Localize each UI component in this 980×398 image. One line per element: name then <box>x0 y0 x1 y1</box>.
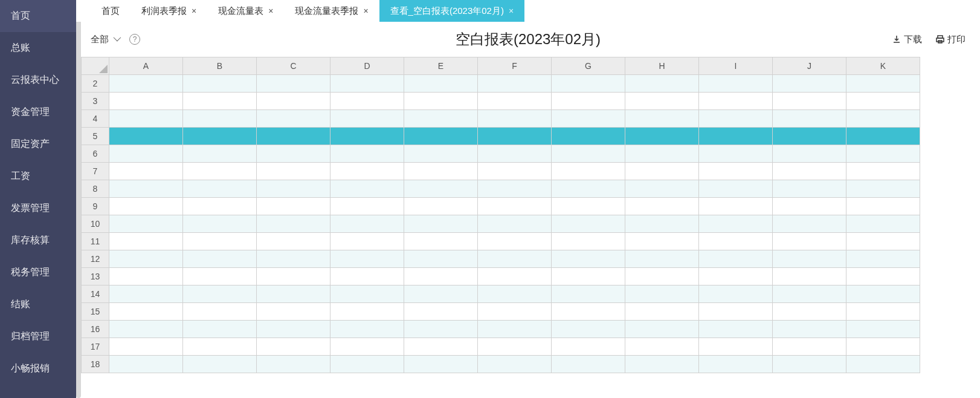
cell-E12[interactable] <box>404 250 478 268</box>
cell-E14[interactable] <box>404 285 478 303</box>
cell-B5[interactable] <box>183 128 257 145</box>
cell-A4[interactable] <box>109 110 183 128</box>
cell-C10[interactable] <box>257 215 330 233</box>
cell-I13[interactable] <box>699 268 773 285</box>
cell-C14[interactable] <box>257 285 330 303</box>
row-header-3[interactable]: 3 <box>82 93 109 110</box>
tab-3[interactable]: 现金流量表季报× <box>284 0 379 22</box>
cell-D2[interactable] <box>330 75 404 93</box>
chevron-down-icon[interactable] <box>114 36 121 43</box>
cell-J3[interactable] <box>773 93 846 110</box>
cell-J15[interactable] <box>773 303 846 321</box>
cell-A15[interactable] <box>109 303 183 321</box>
cell-F4[interactable] <box>478 110 552 128</box>
cell-G5[interactable] <box>552 128 625 145</box>
cell-J7[interactable] <box>773 163 846 180</box>
cell-C11[interactable] <box>257 233 330 250</box>
cell-A13[interactable] <box>109 268 183 285</box>
col-header-F[interactable]: F <box>478 57 552 75</box>
cell-B6[interactable] <box>183 145 257 163</box>
cell-G10[interactable] <box>552 215 625 233</box>
cell-K4[interactable] <box>846 110 920 128</box>
col-header-K[interactable]: K <box>846 57 920 75</box>
col-header-G[interactable]: G <box>552 57 625 75</box>
cell-G4[interactable] <box>552 110 625 128</box>
cell-A5[interactable] <box>109 128 183 145</box>
row-header-13[interactable]: 13 <box>82 268 109 285</box>
cell-B16[interactable] <box>183 321 257 338</box>
cell-D12[interactable] <box>330 250 404 268</box>
cell-H9[interactable] <box>625 198 699 215</box>
cell-G9[interactable] <box>552 198 625 215</box>
cell-A14[interactable] <box>109 285 183 303</box>
sidebar-item-1[interactable]: 总账 <box>0 32 76 64</box>
row-header-15[interactable]: 15 <box>82 303 109 321</box>
cell-F3[interactable] <box>478 93 552 110</box>
cell-G13[interactable] <box>552 268 625 285</box>
cell-D11[interactable] <box>330 233 404 250</box>
cell-F12[interactable] <box>478 250 552 268</box>
cell-D18[interactable] <box>330 356 404 373</box>
cell-G2[interactable] <box>552 75 625 93</box>
help-icon[interactable]: ? <box>129 34 140 45</box>
cell-H18[interactable] <box>625 356 699 373</box>
row-header-7[interactable]: 7 <box>82 163 109 180</box>
cell-F10[interactable] <box>478 215 552 233</box>
cell-A17[interactable] <box>109 338 183 356</box>
sidebar-item-4[interactable]: 固定资产 <box>0 128 76 160</box>
filter-label[interactable]: 全部 <box>91 34 109 45</box>
cell-B10[interactable] <box>183 215 257 233</box>
cell-E6[interactable] <box>404 145 478 163</box>
col-header-B[interactable]: B <box>183 57 257 75</box>
cell-E18[interactable] <box>404 356 478 373</box>
cell-F5[interactable] <box>478 128 552 145</box>
print-button[interactable]: 打印 <box>935 34 965 45</box>
cell-B4[interactable] <box>183 110 257 128</box>
cell-I9[interactable] <box>699 198 773 215</box>
sheet-corner[interactable] <box>82 57 109 75</box>
cell-H4[interactable] <box>625 110 699 128</box>
cell-C9[interactable] <box>257 198 330 215</box>
row-header-6[interactable]: 6 <box>82 145 109 163</box>
cell-J17[interactable] <box>773 338 846 356</box>
cell-F13[interactable] <box>478 268 552 285</box>
cell-G14[interactable] <box>552 285 625 303</box>
cell-H6[interactable] <box>625 145 699 163</box>
cell-A8[interactable] <box>109 180 183 198</box>
cell-C6[interactable] <box>257 145 330 163</box>
cell-F15[interactable] <box>478 303 552 321</box>
cell-H17[interactable] <box>625 338 699 356</box>
cell-F8[interactable] <box>478 180 552 198</box>
row-header-18[interactable]: 18 <box>82 356 109 373</box>
cell-K13[interactable] <box>846 268 920 285</box>
cell-E9[interactable] <box>404 198 478 215</box>
cell-B18[interactable] <box>183 356 257 373</box>
cell-B8[interactable] <box>183 180 257 198</box>
cell-I14[interactable] <box>699 285 773 303</box>
cell-B3[interactable] <box>183 93 257 110</box>
cell-F9[interactable] <box>478 198 552 215</box>
cell-B2[interactable] <box>183 75 257 93</box>
cell-I17[interactable] <box>699 338 773 356</box>
cell-H16[interactable] <box>625 321 699 338</box>
cell-C18[interactable] <box>257 356 330 373</box>
cell-J6[interactable] <box>773 145 846 163</box>
cell-A7[interactable] <box>109 163 183 180</box>
cell-J9[interactable] <box>773 198 846 215</box>
cell-J4[interactable] <box>773 110 846 128</box>
cell-K7[interactable] <box>846 163 920 180</box>
cell-K14[interactable] <box>846 285 920 303</box>
cell-A10[interactable] <box>109 215 183 233</box>
cell-B11[interactable] <box>183 233 257 250</box>
cell-B13[interactable] <box>183 268 257 285</box>
cell-H8[interactable] <box>625 180 699 198</box>
cell-I4[interactable] <box>699 110 773 128</box>
cell-I2[interactable] <box>699 75 773 93</box>
cell-E5[interactable] <box>404 128 478 145</box>
cell-J2[interactable] <box>773 75 846 93</box>
cell-F16[interactable] <box>478 321 552 338</box>
cell-E11[interactable] <box>404 233 478 250</box>
cell-J10[interactable] <box>773 215 846 233</box>
cell-I3[interactable] <box>699 93 773 110</box>
cell-I10[interactable] <box>699 215 773 233</box>
